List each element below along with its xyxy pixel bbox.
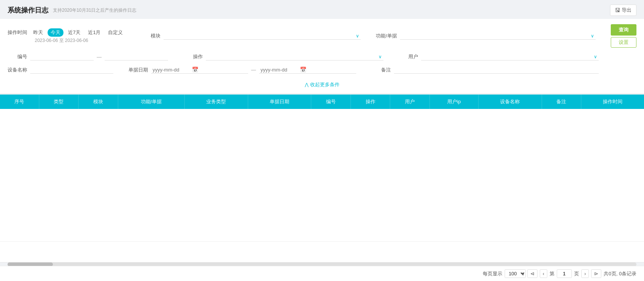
date-end-wrapper: 📅 [259, 66, 356, 74]
empty-row [0, 109, 644, 241]
date-end-input[interactable] [261, 67, 298, 73]
voucher-date-label: 单据日期 [128, 67, 151, 73]
scrollbar-track [8, 262, 636, 266]
time-buttons: 昨天 今天 近7天 近1月 自定义 [30, 28, 126, 37]
col-userip: 用户ip [429, 95, 478, 109]
time-range-text: 2023-06-06 至 2023-06-06 [35, 38, 88, 43]
table-container: 序号 类型 模块 功能/单据 业务类型 单据日期 编号 操作 用户 用户ip 设… [0, 95, 644, 262]
empty-cell [0, 109, 644, 241]
user-dropdown-icon: ∨ [594, 54, 597, 59]
number-end-input-wrapper [105, 53, 168, 61]
per-page-label: 每页显示 [483, 270, 502, 277]
number-start-input[interactable] [30, 54, 94, 59]
collapse-label: 收起更多条件 [310, 81, 340, 88]
col-number: 序号 [0, 95, 39, 109]
filter-area: 操作时间 昨天 今天 近7天 近1月 自定义 2023-06-06 至 2023… [0, 19, 644, 94]
calendar-end-icon[interactable]: 📅 [300, 67, 306, 73]
time-btn-7days[interactable]: 近7天 [65, 28, 83, 37]
collapse-button[interactable]: ⋀ 收起更多条件 [305, 81, 340, 88]
date-start-wrapper: 📅 [151, 66, 248, 74]
query-button[interactable]: 查询 [611, 24, 636, 36]
function-select[interactable]: ∨ [400, 33, 596, 40]
per-page-select[interactable]: 100 50 200 [505, 269, 526, 278]
number-separator: — [94, 54, 105, 60]
first-page-button[interactable]: ⊲ [527, 269, 537, 278]
table-body [0, 109, 644, 241]
remark-input[interactable] [394, 67, 599, 73]
col-type: 类型 [39, 95, 78, 109]
col-code: 编号 [311, 95, 351, 109]
page-label: 第 [550, 270, 554, 277]
date-start-input[interactable] [153, 67, 190, 73]
action-buttons: 查询 设置 [611, 24, 636, 48]
user-label: 用户 [398, 53, 421, 60]
filter-row-2: 编号 — 操作 ∨ 用户 [8, 53, 636, 61]
scrollbar-thumb[interactable] [8, 262, 53, 266]
settings-button[interactable]: 设置 [611, 37, 636, 48]
filter-row-1: 操作时间 昨天 今天 近7天 近1月 自定义 2023-06-06 至 2023… [8, 24, 636, 48]
time-btn-custom[interactable]: 自定义 [105, 28, 126, 37]
prev-page-button[interactable]: ‹ [540, 269, 547, 278]
module-select[interactable]: ∨ [164, 33, 361, 40]
page-container: 系统操作日志 支持2020年10月31日之后产生的操作日志 🖫 导出 操作时间 … [0, 0, 644, 281]
remark-label: 备注 [371, 67, 394, 73]
operation-select[interactable]: ∨ [206, 53, 383, 61]
calendar-start-icon[interactable]: 📅 [192, 67, 198, 73]
filter-row-3: 设备名称 单据日期 📅 — 📅 备注 [8, 66, 636, 74]
table-head: 序号 类型 模块 功能/单据 业务类型 单据日期 编号 操作 用户 用户ip 设… [0, 95, 644, 109]
module-label: 模块 [141, 33, 164, 39]
time-btn-1month[interactable]: 近1月 [85, 28, 103, 37]
data-table: 序号 类型 模块 功能/单据 业务类型 单据日期 编号 操作 用户 用户ip 设… [0, 95, 644, 242]
time-btn-today[interactable]: 今天 [48, 28, 63, 37]
page-header: 系统操作日志 支持2020年10月31日之后产生的操作日志 🖫 导出 [0, 0, 644, 19]
operation-label: 操作 [183, 53, 206, 60]
col-module: 模块 [79, 95, 118, 109]
device-input-wrapper [30, 66, 113, 74]
col-remark: 备注 [542, 95, 581, 109]
col-operation: 操作 [351, 95, 390, 109]
device-input[interactable] [30, 67, 113, 73]
time-btn-yesterday[interactable]: 昨天 [30, 28, 46, 37]
table-header-row: 序号 类型 模块 功能/单据 业务类型 单据日期 编号 操作 用户 用户ip 设… [0, 95, 644, 109]
export-icon: 🖫 [615, 7, 620, 13]
col-biztype: 业务类型 [185, 95, 248, 109]
time-label: 操作时间 [8, 29, 30, 36]
last-page-button[interactable]: ⊳ [591, 269, 601, 278]
col-voucherdate: 单据日期 [248, 95, 311, 109]
col-user: 用户 [390, 95, 429, 109]
number-label: 编号 [8, 53, 30, 60]
function-dropdown-icon: ∨ [591, 33, 594, 39]
col-optime: 操作时间 [581, 95, 644, 109]
page-unit: 页 [574, 270, 579, 277]
scrollbar-area[interactable] [0, 262, 644, 266]
col-devicename: 设备名称 [478, 95, 542, 109]
date-separator: — [248, 67, 259, 73]
function-label: 功能/单据 [376, 33, 400, 39]
collapse-chevron-icon: ⋀ [305, 82, 309, 87]
page-title: 系统操作日志 [8, 6, 48, 15]
number-end-input[interactable] [105, 54, 168, 59]
number-start-input-wrapper [30, 53, 94, 61]
remark-input-wrapper [394, 66, 599, 74]
device-label: 设备名称 [8, 67, 30, 73]
page-total: 共0页, 0条记录 [604, 270, 636, 277]
next-page-button[interactable]: › [581, 269, 589, 278]
export-button[interactable]: 🖫 导出 [610, 5, 636, 16]
page-subtitle: 支持2020年10月31日之后产生的操作日志 [53, 7, 136, 14]
pagination-bar: 每页显示 100 50 200 ∨ ⊲ ‹ 第 页 › ⊳ 共0页, 0条记录 [0, 266, 644, 281]
module-dropdown-icon: ∨ [356, 33, 359, 39]
col-function: 功能/单据 [118, 95, 184, 109]
page-input[interactable] [557, 269, 572, 278]
operation-dropdown-icon: ∨ [378, 54, 382, 59]
collapse-row: ⋀ 收起更多条件 [8, 79, 636, 90]
user-select[interactable]: ∨ [421, 53, 599, 61]
